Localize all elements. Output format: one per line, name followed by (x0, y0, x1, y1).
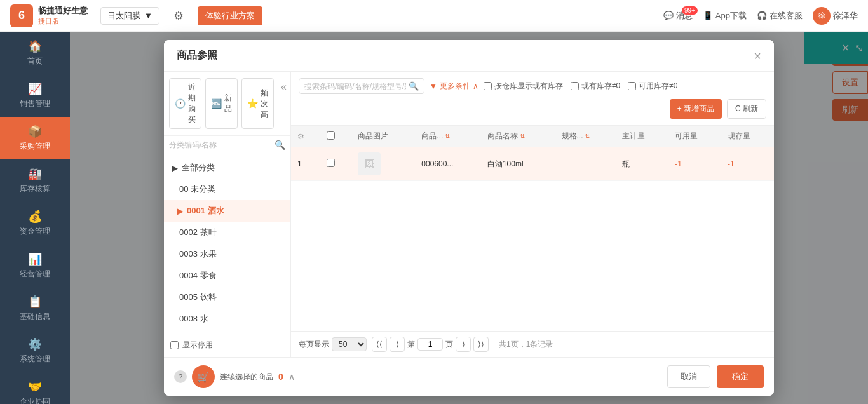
category-search-area: 🔍 (164, 135, 290, 154)
trial-button[interactable]: 体验行业方案 (198, 6, 262, 25)
prev-page-btn[interactable]: ⟨ (390, 337, 405, 352)
table-row[interactable]: 1 🖼 000600... 白酒100ml 瓶 (291, 147, 774, 181)
category-0002[interactable]: 0002 茶叶 (164, 222, 290, 243)
refresh-button[interactable]: C 刷新 (727, 99, 766, 119)
th-unit: 主计量 (616, 126, 668, 147)
cancel-button[interactable]: 取消 (667, 365, 710, 388)
next-page-btn[interactable]: ⟩ (456, 337, 471, 352)
sidebar-item-basics[interactable]: 📋 基础信息 (0, 287, 70, 330)
purchase-icon: 📦 (28, 125, 42, 138)
sidebar-item-operations[interactable]: 📊 经营管理 (0, 245, 70, 287)
right-panel: 🔍 ▼ 更多条件 ∧ 按仓库显示现有库存 (291, 72, 774, 357)
category-all[interactable]: ▶ 全部分类 (164, 157, 290, 178)
search-btn-icon[interactable]: 🔍 (409, 81, 419, 91)
th-image: 商品图片 (351, 126, 416, 147)
inventory-icon: 🏭 (28, 167, 42, 181)
category-search-input[interactable] (169, 140, 275, 149)
show-disabled-checkbox[interactable] (170, 341, 179, 349)
sidebar-item-home[interactable]: 🏠 首页 (0, 32, 70, 74)
pagination: 每页显示 50 100 200 ⟨⟨ ⟨ 第 (291, 331, 774, 357)
collapse-footer-icon[interactable]: ∧ (288, 372, 295, 382)
star-icon: ⭐ (247, 98, 258, 109)
sidebar-label-system: 系统管理 (20, 354, 50, 365)
first-page-btn[interactable]: ⟨⟨ (372, 337, 387, 352)
modal-footer: ? 🛒 连续选择的商品 0 ∧ 取消 确定 (164, 357, 774, 396)
th-name[interactable]: 商品名称 (481, 126, 555, 147)
finance-icon: 💰 (28, 210, 42, 224)
product-table-wrapper: ⚙ 商品图片 商品... 商品名称 规格... 主计量 可用量 现存量 (291, 126, 774, 331)
sidebar-item-finance[interactable]: 💰 资金管理 (0, 202, 70, 245)
modal-close-button[interactable]: × (754, 50, 761, 62)
nonzero-stock-checkbox-item: 现有库存≠0 (571, 81, 620, 91)
cat0001-label: 0001 酒水 (187, 205, 224, 217)
sidebar-item-sales[interactable]: 📈 销售管理 (0, 74, 70, 117)
page-suffix: 页 (445, 339, 453, 350)
collapse-icon[interactable]: « (278, 78, 290, 129)
cat0003-label: 0003 水果 (179, 248, 217, 260)
th-spec[interactable]: 规格... (555, 126, 616, 147)
nonzero-stock-label: 现有库存≠0 (581, 81, 620, 91)
page-number-input[interactable] (417, 338, 443, 351)
category-0004[interactable]: 0004 零食 (164, 265, 290, 286)
system-icon: ⚙️ (28, 337, 42, 351)
sidebar-item-purchase[interactable]: 📦 采购管理 (0, 117, 70, 159)
logo-area: 6 畅捷通好生意 捷目版 (10, 4, 88, 27)
frequent-btn[interactable]: ⭐ 频次高 (241, 78, 274, 129)
th-available: 可用量 (668, 126, 721, 147)
cat0004-label: 0004 零食 (179, 270, 217, 281)
add-product-button[interactable]: + 新增商品 (670, 99, 722, 119)
category-0008[interactable]: 0008 水 (164, 308, 290, 330)
row-select-checkbox[interactable] (327, 159, 335, 167)
warehouse-stock-checkbox[interactable] (484, 82, 492, 90)
cat00-label: 00 未分类 (179, 184, 215, 195)
sidebar-label-sales: 销售管理 (20, 98, 50, 109)
store-selector[interactable]: 日太阳膜 ▼ (100, 7, 159, 25)
sidebar-item-inventory[interactable]: 🏭 库存核算 (0, 159, 70, 202)
confirm-button[interactable]: 确定 (717, 365, 764, 388)
row-checkbox (320, 147, 351, 181)
row-code: 000600... (415, 147, 481, 181)
warehouse-stock-checkbox-item: 按仓库显示现有库存 (484, 81, 563, 91)
basics-icon: 📋 (28, 295, 42, 309)
available-nonzero-checkbox[interactable] (628, 82, 636, 90)
row-available: -1 (668, 147, 721, 181)
settings-icon[interactable]: ⚙ (166, 5, 191, 27)
all-arrow-icon: ▶ (172, 163, 178, 173)
sidebar-item-system[interactable]: ⚙️ 系统管理 (0, 330, 70, 372)
select-all-checkbox[interactable] (327, 131, 335, 140)
show-disabled-label: 显示停用 (182, 340, 213, 351)
all-label: 全部分类 (182, 162, 215, 173)
th-code[interactable]: 商品... (415, 126, 481, 147)
th-settings[interactable]: ⚙ (291, 126, 320, 147)
message-badge: 99+ (682, 6, 698, 15)
sidebar-item-enterprise[interactable]: 🤝 企业协同 (0, 372, 70, 404)
selected-count: 0 (278, 372, 283, 382)
product-search-input[interactable] (304, 82, 406, 91)
footer-right: 取消 确定 (667, 365, 764, 388)
store-name: 日太阳膜 (107, 10, 140, 22)
recent-purchase-btn[interactable]: 🕐 近期购买 (169, 78, 201, 129)
category-00[interactable]: 00 未分类 (164, 178, 290, 200)
row-stock: -1 (721, 147, 774, 181)
category-0005[interactable]: 0005 饮料 (164, 286, 290, 308)
cart-icon-btn[interactable]: 🛒 (192, 365, 215, 388)
message-icon: 💬 (663, 11, 674, 20)
category-0001[interactable]: ▶ 0001 酒水 (164, 200, 290, 222)
new-product-btn[interactable]: 🆕 新品 (205, 78, 238, 129)
user-area[interactable]: 徐 徐泽华 (813, 7, 858, 25)
last-page-btn[interactable]: ⟩⟩ (473, 337, 489, 352)
nonzero-stock-checkbox[interactable] (571, 82, 579, 90)
category-0003[interactable]: 0003 水果 (164, 243, 290, 265)
available-nonzero-label: 可用库存≠0 (639, 81, 677, 91)
right-toolbar: 🔍 ▼ 更多条件 ∧ 按仓库显示现有库存 (291, 72, 774, 126)
app-download-btn[interactable]: 📱 App下载 (703, 10, 747, 22)
logo-text: 畅捷通好生意 捷目版 (38, 5, 88, 26)
per-page-select[interactable]: 50 100 200 (332, 337, 367, 351)
operations-icon: 📊 (28, 252, 42, 266)
help-icon[interactable]: ? (174, 370, 187, 383)
filter-button[interactable]: ▼ 更多条件 ∧ (430, 81, 478, 91)
online-service-btn[interactable]: 🎧 在线客服 (757, 10, 803, 22)
message-btn[interactable]: 💬 消息 99+ (663, 10, 693, 22)
sidebar-label-purchase: 采购管理 (20, 141, 50, 152)
cat0005-label: 0005 饮料 (179, 292, 217, 303)
